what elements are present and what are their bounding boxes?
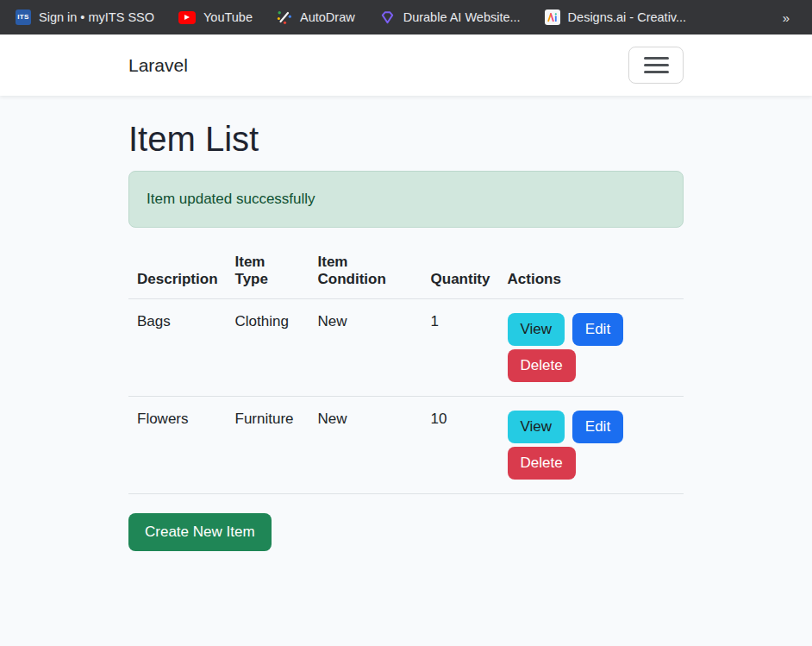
navbar-brand-link[interactable]: Laravel bbox=[128, 55, 188, 76]
bookmark-designsai[interactable]: Designs.ai - Creativ... bbox=[533, 4, 699, 30]
bookmarks-bar: ITS Sign in • myITS SSO YouTube AutoDraw… bbox=[0, 0, 812, 34]
bookmarks-overflow-button[interactable]: » bbox=[776, 7, 796, 28]
create-new-item-button[interactable]: Create New Item bbox=[128, 513, 272, 551]
bookmark-label: Designs.ai - Creativ... bbox=[568, 10, 687, 24]
designsai-logo-icon bbox=[545, 9, 560, 25]
cell-item-type: Clothing bbox=[227, 299, 309, 397]
cell-actions: View Edit Delete bbox=[499, 397, 684, 494]
column-header-actions: Actions bbox=[499, 248, 684, 299]
bookmark-label: AutoDraw bbox=[300, 10, 355, 24]
main-content: Item List Item updated successfully Desc… bbox=[128, 120, 684, 551]
autodraw-icon bbox=[277, 9, 292, 25]
cell-item-type: Furniture bbox=[227, 397, 309, 494]
its-logo-icon: ITS bbox=[16, 9, 31, 25]
durable-gem-icon bbox=[379, 10, 396, 25]
youtube-icon bbox=[178, 11, 196, 24]
bookmark-autodraw[interactable]: AutoDraw bbox=[265, 4, 367, 30]
bookmark-label: Durable AI Website... bbox=[403, 10, 521, 24]
column-header-quantity: Quantity bbox=[422, 248, 499, 299]
cell-item-condition: New bbox=[309, 397, 422, 494]
cell-description: Bags bbox=[128, 299, 227, 397]
bookmark-myits-sso[interactable]: ITS Sign in • myITS SSO bbox=[3, 4, 166, 30]
navbar-toggler-button[interactable] bbox=[628, 47, 684, 84]
view-button[interactable]: View bbox=[508, 411, 565, 443]
cell-item-condition: New bbox=[309, 299, 422, 397]
navbar: Laravel bbox=[0, 34, 812, 96]
cell-quantity: 10 bbox=[422, 397, 499, 494]
view-button[interactable]: View bbox=[508, 313, 565, 346]
cell-quantity: 1 bbox=[422, 299, 499, 397]
table-row: Bags Clothing New 1 View Edit Delete bbox=[128, 299, 684, 397]
table-header-row: Description Item Type Item Condition Qua… bbox=[128, 248, 684, 299]
cell-description: Flowers bbox=[128, 397, 227, 494]
success-alert: Item updated successfully bbox=[128, 171, 684, 228]
column-header-description: Description bbox=[128, 248, 227, 299]
hamburger-icon bbox=[644, 53, 669, 78]
bookmark-label: Sign in • myITS SSO bbox=[39, 10, 154, 24]
page-title: Item List bbox=[128, 120, 684, 159]
bookmark-label: YouTube bbox=[203, 10, 253, 24]
column-header-item-condition: Item Condition bbox=[309, 248, 422, 299]
items-table: Description Item Type Item Condition Qua… bbox=[128, 248, 684, 494]
delete-button[interactable]: Delete bbox=[508, 349, 576, 382]
edit-button[interactable]: Edit bbox=[572, 313, 623, 346]
bookmark-durable[interactable]: Durable AI Website... bbox=[367, 4, 533, 30]
edit-button[interactable]: Edit bbox=[572, 411, 623, 443]
table-row: Flowers Furniture New 10 View Edit Delet… bbox=[128, 397, 684, 494]
delete-button[interactable]: Delete bbox=[508, 447, 576, 480]
cell-actions: View Edit Delete bbox=[499, 299, 684, 397]
bookmark-youtube[interactable]: YouTube bbox=[166, 4, 265, 30]
column-header-item-type: Item Type bbox=[227, 248, 309, 299]
